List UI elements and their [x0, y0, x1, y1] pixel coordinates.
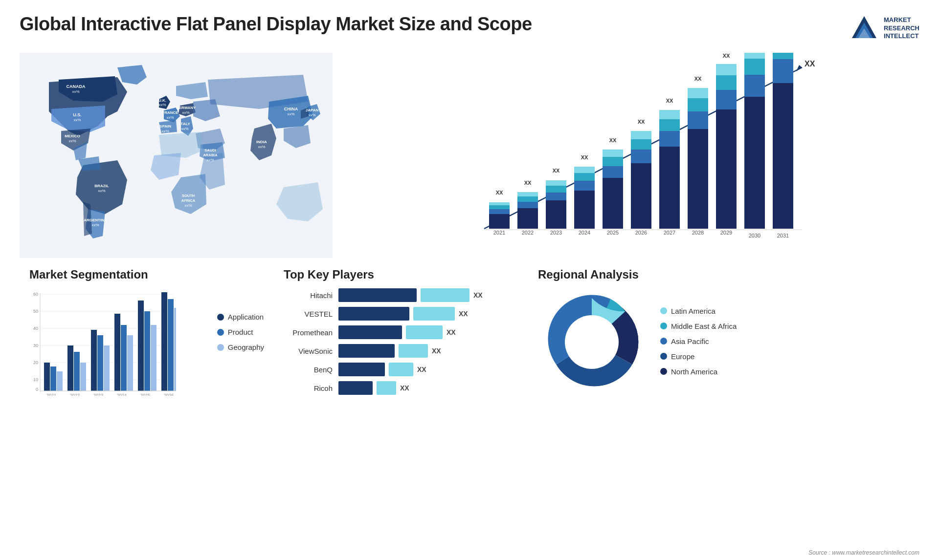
svg-rect-66 — [603, 150, 623, 157]
bar-chart-section: XX XX 2021 XX 2022 — [337, 48, 919, 263]
svg-rect-40 — [489, 209, 510, 214]
svg-text:XX: XX — [496, 190, 503, 195]
bottom-row: Market Segmentation 60 50 40 30 20 10 0 — [20, 263, 919, 400]
svg-text:2022: 2022 — [70, 393, 80, 396]
svg-rect-47 — [517, 196, 538, 202]
svg-rect-77 — [659, 119, 680, 131]
svg-rect-94 — [744, 75, 765, 97]
svg-rect-75 — [659, 147, 680, 229]
svg-text:2028: 2028 — [692, 230, 704, 236]
segmentation-title: Market Segmentation — [29, 268, 264, 281]
svg-text:MEXICO: MEXICO — [65, 134, 80, 138]
svg-rect-131 — [104, 345, 110, 391]
svg-rect-96 — [744, 53, 765, 59]
svg-text:10: 10 — [33, 377, 38, 382]
player-row-benq: BenQ XX — [284, 363, 518, 376]
logo-area: MARKET RESEARCH INTELLECT — [850, 14, 919, 43]
svg-text:XX: XX — [666, 98, 673, 104]
main-content: CANADA xx% U.S. xx% MEXICO xx% BRAZIL xx… — [0, 48, 939, 400]
svg-text:0: 0 — [36, 387, 38, 392]
player-row-hitachi: Hitachi XX — [284, 288, 518, 302]
svg-rect-82 — [688, 111, 708, 129]
svg-rect-87 — [716, 109, 737, 229]
svg-text:30: 30 — [33, 343, 38, 348]
svg-rect-125 — [57, 371, 63, 391]
player-name: ViewSonic — [284, 347, 333, 355]
svg-text:xx%: xx% — [98, 189, 105, 193]
svg-text:2023: 2023 — [550, 230, 562, 236]
player-name: BenQ — [284, 366, 333, 374]
svg-rect-128 — [80, 363, 86, 391]
svg-text:XX: XX — [723, 53, 730, 59]
svg-rect-126 — [67, 345, 73, 391]
svg-text:JAPAN: JAPAN — [306, 108, 319, 112]
svg-text:INDIA: INDIA — [256, 140, 267, 144]
svg-text:xx%: xx% — [166, 115, 174, 120]
player-bar-container: XX — [338, 325, 456, 339]
player-bar-container: XX — [338, 363, 426, 376]
svg-text:2026: 2026 — [164, 393, 174, 396]
svg-text:xx%: xx% — [73, 118, 81, 122]
svg-rect-65 — [603, 157, 623, 166]
svg-text:2030: 2030 — [749, 233, 760, 238]
svg-text:XX: XX — [609, 137, 617, 143]
svg-text:2026: 2026 — [635, 230, 647, 236]
page-title: Global Interactive Flat Panel Display Ma… — [20, 14, 532, 35]
svg-text:AFRICA: AFRICA — [181, 198, 196, 203]
map-section: CANADA xx% U.S. xx% MEXICO xx% BRAZIL xx… — [20, 48, 337, 263]
svg-text:50: 50 — [33, 309, 38, 314]
player-row-ricoh: Ricoh XX — [284, 381, 518, 395]
svg-rect-76 — [659, 131, 680, 147]
player-bar-container: XX — [338, 288, 483, 302]
svg-rect-140 — [174, 308, 176, 391]
svg-rect-132 — [114, 314, 120, 391]
players-title: Top Key Players — [284, 268, 518, 281]
svg-text:BRAZIL: BRAZIL — [94, 184, 109, 188]
svg-text:2022: 2022 — [522, 230, 534, 236]
svg-rect-42 — [489, 202, 510, 205]
svg-text:2021: 2021 — [493, 230, 505, 236]
players-section: Top Key Players Hitachi XX VESTEL — [274, 268, 528, 400]
source-text: Source : www.marketresearchintellect.com — [808, 549, 919, 556]
svg-text:2027: 2027 — [664, 230, 675, 236]
svg-rect-133 — [121, 325, 127, 391]
svg-text:xx%: xx% — [184, 203, 192, 208]
svg-rect-39 — [489, 214, 510, 229]
svg-text:ARGENTINA: ARGENTINA — [84, 218, 107, 222]
svg-rect-71 — [631, 139, 651, 150]
svg-text:GERMANY: GERMANY — [176, 106, 197, 110]
svg-text:xx%: xx% — [91, 223, 99, 227]
world-map: CANADA xx% U.S. xx% MEXICO xx% BRAZIL xx… — [20, 53, 333, 258]
svg-text:XX: XX — [553, 168, 560, 173]
legend-north-america: North America — [660, 367, 737, 376]
svg-text:U.S.: U.S. — [73, 112, 82, 117]
svg-text:SAUDI: SAUDI — [204, 148, 216, 152]
svg-rect-100 — [773, 53, 793, 59]
svg-rect-63 — [603, 178, 623, 229]
legend-asia-pacific: Asia Pacific — [660, 337, 737, 345]
svg-text:CHINA: CHINA — [284, 107, 298, 111]
svg-rect-48 — [517, 192, 538, 196]
logo-text: MARKET RESEARCH INTELLECT — [884, 16, 919, 41]
svg-text:2031: 2031 — [777, 233, 789, 238]
header: Global Interactive Flat Panel Display Ma… — [0, 0, 939, 48]
player-name: VESTEL — [284, 310, 333, 318]
svg-rect-78 — [659, 110, 680, 119]
svg-rect-90 — [716, 64, 737, 75]
svg-rect-139 — [168, 299, 174, 391]
svg-text:xx%: xx% — [182, 110, 189, 115]
map-container: CANADA xx% U.S. xx% MEXICO xx% BRAZIL xx… — [20, 53, 333, 258]
svg-text:XX: XX — [638, 119, 645, 125]
svg-rect-70 — [631, 150, 651, 163]
svg-rect-53 — [546, 186, 566, 193]
player-bar-container: XX — [338, 344, 441, 358]
svg-text:xx%: xx% — [206, 158, 214, 162]
svg-text:60: 60 — [33, 292, 38, 297]
svg-rect-88 — [716, 90, 737, 109]
segmentation-section: Market Segmentation 60 50 40 30 20 10 0 — [20, 268, 274, 400]
player-bar-container: XX — [338, 381, 409, 395]
svg-rect-58 — [574, 181, 595, 191]
svg-text:2029: 2029 — [720, 230, 732, 236]
svg-rect-69 — [631, 163, 651, 229]
svg-rect-51 — [546, 200, 566, 229]
